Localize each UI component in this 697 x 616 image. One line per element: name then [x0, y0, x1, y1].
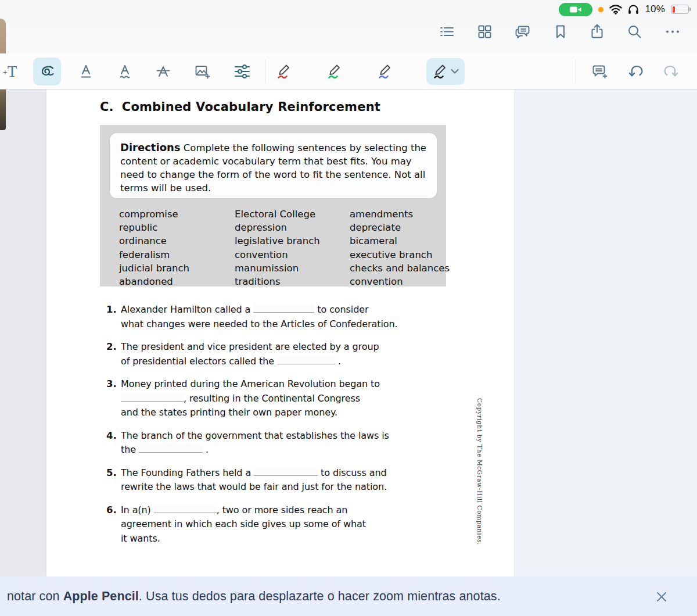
green-pen-tool[interactable]	[326, 63, 343, 80]
bookmark-icon[interactable]	[554, 24, 567, 40]
underline-tool[interactable]	[78, 63, 94, 80]
squiggly-underline-tool[interactable]	[117, 63, 132, 80]
word-bank-term: compromise	[119, 207, 235, 221]
redo-button[interactable]	[661, 64, 678, 79]
apple-pencil-tip-banner: notar con Apple Pencil. Usa tus dedos pa…	[0, 576, 697, 616]
word-bank-term: convention	[350, 275, 465, 288]
word-bank-term: amendments	[350, 207, 465, 221]
sliders-icon	[233, 63, 251, 80]
directions-label: Directions	[120, 141, 181, 153]
question-item: 6.In a(n) , two or more sides reach anag…	[106, 503, 408, 546]
screen-recording-indicator[interactable]	[559, 3, 592, 16]
headphones-icon	[628, 4, 639, 15]
copyright-notice: Copyright by The McGraw-Hill Companies.	[476, 398, 483, 545]
answer-blank[interactable]	[254, 468, 318, 476]
question-text: The Founding Fathers held a to discuss a…	[121, 466, 387, 495]
question-text: Alexander Hamilton called a to considerw…	[121, 303, 398, 331]
scribble-icon	[39, 64, 55, 79]
answer-blank[interactable]	[253, 305, 314, 313]
green-pen-icon	[326, 63, 343, 80]
add-image-tool[interactable]	[194, 63, 210, 80]
close-banner-button[interactable]	[654, 589, 669, 604]
thumbnails-icon[interactable]	[477, 24, 493, 40]
add-note-tool[interactable]	[591, 63, 609, 80]
search-icon[interactable]	[627, 24, 642, 40]
selected-pen-tool[interactable]	[426, 58, 465, 85]
toolbar-divider	[265, 60, 265, 83]
word-bank-term: abandoned	[119, 275, 235, 288]
worksheet-page[interactable]: C.Combined Vocabulary Reinforcement Dire…	[46, 89, 514, 576]
mic-in-use-icon	[598, 7, 603, 12]
question-number: 5.	[106, 466, 121, 495]
add-text-tool[interactable]: +T	[3, 63, 17, 79]
black-pen-icon	[432, 63, 449, 80]
red-pen-icon	[275, 63, 293, 80]
question-number: 6.	[106, 503, 121, 546]
word-bank-term: bicameral	[350, 234, 465, 248]
question-text: Money printed during the American Revolu…	[121, 377, 380, 420]
question-number: 2.	[106, 340, 121, 368]
answer-blank[interactable]	[154, 505, 217, 513]
chevron-down-icon	[450, 68, 459, 75]
question-item: 1.Alexander Hamilton called a to conside…	[106, 303, 408, 331]
word-bank: compromiserepublicordinancefederalismjud…	[119, 207, 465, 288]
strikethrough-icon	[155, 63, 171, 80]
answer-blank[interactable]	[121, 393, 184, 402]
word-bank-term: republic	[119, 221, 235, 234]
blue-pen-icon	[376, 63, 394, 80]
strikethrough-tool[interactable]	[155, 63, 171, 80]
word-bank-term: Electoral College	[235, 207, 350, 221]
answer-blank[interactable]	[277, 356, 335, 364]
word-bank-term: depreciate	[350, 221, 465, 234]
redo-icon	[661, 64, 678, 79]
wifi-icon	[609, 5, 622, 15]
question-item: 2.The president and vice president are e…	[106, 340, 408, 368]
word-bank-term: traditions	[235, 275, 350, 288]
directions-box: Directions Complete the following senten…	[110, 133, 437, 198]
comments-icon[interactable]	[515, 24, 531, 40]
underline-icon	[78, 63, 94, 80]
squiggly-underline-icon	[117, 63, 132, 80]
share-icon[interactable]	[590, 23, 605, 40]
add-image-icon	[194, 63, 210, 80]
word-bank-panel: Directions Complete the following senten…	[100, 125, 446, 286]
section-letter: C.	[100, 100, 114, 114]
battery-icon	[671, 5, 689, 14]
add-note-icon	[591, 63, 609, 80]
word-bank-term: checks and balances	[350, 262, 465, 275]
red-pen-tool[interactable]	[275, 63, 293, 80]
document-canvas[interactable]: C.Combined Vocabulary Reinforcement Dire…	[0, 89, 697, 576]
question-text: The branch of the government that establ…	[121, 429, 389, 457]
answer-blank[interactable]	[139, 445, 203, 453]
word-bank-term: federalism	[119, 248, 235, 262]
battery-percentage: 10%	[645, 3, 665, 15]
question-number: 1.	[106, 303, 121, 331]
word-bank-column: amendmentsdepreciatebicameralexecutive b…	[350, 207, 465, 288]
undo-button[interactable]	[628, 64, 646, 79]
word-bank-term: convention	[235, 248, 350, 262]
word-bank-term: manumission	[235, 262, 350, 275]
question-text: The president and vice president are ele…	[121, 340, 379, 368]
toolbar-divider	[576, 60, 576, 83]
questions-list: 1.Alexander Hamilton called a to conside…	[106, 303, 408, 554]
word-bank-column: compromiserepublicordinancefederalismjud…	[119, 207, 235, 288]
directions-text: Directions Complete the following senten…	[120, 141, 427, 195]
document-toolbar	[439, 23, 681, 40]
scribble-tool[interactable]	[33, 58, 61, 85]
question-text: In a(n) , two or more sides reach anagre…	[121, 503, 366, 546]
annotation-toolbar: +T	[0, 53, 697, 89]
question-number: 4.	[106, 429, 121, 457]
word-bank-term: judicial branch	[119, 262, 235, 275]
more-icon[interactable]	[664, 24, 681, 40]
status-bar: 10%	[559, 2, 689, 17]
video-camera-icon	[569, 6, 583, 13]
word-bank-column: Electoral Collegedepressionlegislative b…	[235, 207, 350, 288]
word-bank-term: depression	[235, 221, 350, 234]
question-number: 3.	[106, 377, 121, 420]
top-chrome: 10%	[0, 0, 697, 54]
blue-pen-tool[interactable]	[376, 63, 394, 80]
banner-text: notar con Apple Pencil. Usa tus dedos pa…	[7, 589, 501, 604]
word-bank-term: legislative branch	[235, 234, 350, 248]
adjustments-tool[interactable]	[233, 63, 251, 80]
outline-icon[interactable]	[439, 24, 455, 40]
